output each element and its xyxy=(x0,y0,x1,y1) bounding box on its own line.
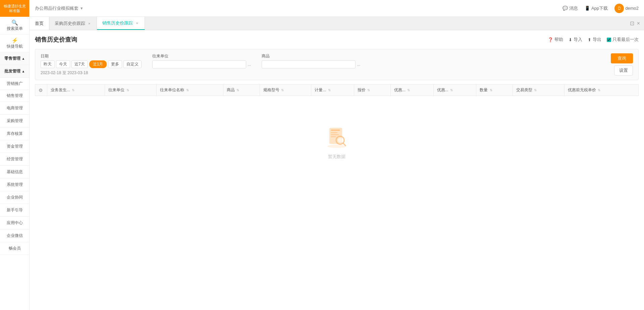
date-btn-more[interactable]: 更多 xyxy=(108,60,122,68)
sort-discount1-icon: ⇅ xyxy=(407,88,410,92)
query-button[interactable]: 查询 xyxy=(611,53,633,63)
sidebar-item-retail[interactable]: 零售管理 ▲ xyxy=(0,52,29,65)
partner-input[interactable] xyxy=(152,60,246,68)
date-btn-today[interactable]: 今天 xyxy=(56,60,70,68)
th-settings[interactable]: ⚙ xyxy=(35,85,47,96)
tab-purchase-history[interactable]: 采购历史价跟踪 × xyxy=(49,17,97,30)
only-last-label: 只看最后一次 xyxy=(612,37,639,43)
page-content: 销售历史价查询 ❓ 帮助 ⬇ 导入 ⬆ 导出 只看最后一次 xyxy=(30,30,644,310)
wholesale-arrow-icon: ▲ xyxy=(22,69,25,73)
th-goods[interactable]: 商品 ⇅ xyxy=(223,85,260,96)
partner-filter-section: 往来单位 ... xyxy=(152,53,251,68)
th-biz-date[interactable]: 业务发生... ⇅ xyxy=(47,85,105,96)
only-last-checkbox[interactable] xyxy=(607,38,611,42)
sort-unit-icon: ⇅ xyxy=(328,88,331,92)
message-action[interactable]: 💬 消息 xyxy=(562,5,578,11)
sidebar-item-basic-info[interactable]: 基础信息 xyxy=(0,166,29,178)
sidebar-item-ecommerce[interactable]: 电商管理 xyxy=(0,102,29,115)
tab-purchase-history-close[interactable]: × xyxy=(87,21,91,26)
sidebar-item-app-center[interactable]: 应用中心 xyxy=(0,217,29,229)
sort-discount2-icon: ⇅ xyxy=(450,88,453,92)
goods-filter-section: 商品 ... xyxy=(262,53,360,68)
th-spec[interactable]: 规格型号 ⇅ xyxy=(260,85,311,96)
sort-spec-icon: ⇅ xyxy=(281,88,284,92)
goods-ellipsis[interactable]: ... xyxy=(357,61,360,68)
sidebar-item-collab[interactable]: 企业协同 xyxy=(0,191,29,204)
sidebar-item-member[interactable]: 畅会员 xyxy=(0,242,29,255)
svg-rect-5 xyxy=(331,136,336,137)
app-download-action[interactable]: 📱 App下载 xyxy=(585,5,608,11)
sort-partner-name-icon: ⇅ xyxy=(186,88,189,92)
topbar: 办公用品行业模拟账套 ▾ 💬 消息 📱 App下载 D demo2 xyxy=(30,0,644,17)
page-header: 销售历史价查询 ❓ 帮助 ⬇ 导入 ⬆ 导出 只看最后一次 xyxy=(35,36,639,44)
sidebar-item-wholesale[interactable]: 批发管理 ▲ xyxy=(0,65,29,78)
empty-illustration xyxy=(323,123,350,150)
svg-rect-2 xyxy=(331,130,340,131)
th-unit[interactable]: 计量... ⇅ xyxy=(311,85,354,96)
sidebar-item-quick-nav[interactable]: ⚡ 快捷导航 xyxy=(0,35,29,52)
th-discount2[interactable]: 优惠... ⇅ xyxy=(433,85,476,96)
th-trade-type[interactable]: 交易类型 ⇅ xyxy=(513,85,565,96)
import-action[interactable]: ⬇ 导入 xyxy=(569,37,582,43)
sidebar-item-sales-mgmt[interactable]: 销售管理 xyxy=(0,90,29,102)
svg-point-0 xyxy=(327,145,346,148)
message-label: 消息 xyxy=(569,5,578,11)
sidebar-item-marketing[interactable]: 营销推广 xyxy=(0,78,29,90)
help-action[interactable]: ❓ 帮助 xyxy=(548,37,563,43)
window-restore-icon[interactable]: ⊡ xyxy=(630,20,634,27)
tab-sales-history[interactable]: 销售历史价跟踪 × xyxy=(97,17,145,30)
empty-text: 暂无数据 xyxy=(328,154,345,160)
user-action[interactable]: D demo2 xyxy=(614,4,639,13)
svg-rect-4 xyxy=(331,134,339,135)
date-btn-custom[interactable]: 自定义 xyxy=(123,60,142,68)
sidebar-item-new-guide[interactable]: 新手引导 xyxy=(0,204,29,217)
import-label: 导入 xyxy=(574,37,582,43)
app-title-text: 办公用品行业模拟账套 xyxy=(35,5,78,11)
sidebar-logo: 畅捷通好生意 标准版 xyxy=(0,0,29,17)
th-quantity[interactable]: 数量 ⇅ xyxy=(476,85,513,96)
table-container: ⚙ 业务发生... ⇅ 往来单位 ⇅ 往来单位名称 ⇅ 商品 ⇅ xyxy=(35,84,639,187)
only-last-checkbox-label[interactable]: 只看最后一次 xyxy=(607,37,639,43)
tab-spacer xyxy=(145,17,626,30)
sort-quantity-icon: ⇅ xyxy=(490,88,492,92)
date-btn-1month[interactable]: 近1月 xyxy=(89,60,107,68)
sidebar-item-enterprise-wechat[interactable]: 企业微信 xyxy=(0,229,29,242)
app-download-label: App下载 xyxy=(591,5,608,11)
tab-sales-history-label: 销售历史价跟踪 xyxy=(102,20,133,26)
settings-button[interactable]: 设置 xyxy=(614,65,633,75)
import-icon: ⬇ xyxy=(569,37,572,42)
sidebar-item-inventory[interactable]: 库存核算 xyxy=(0,127,29,140)
help-label: 帮助 xyxy=(554,37,563,43)
export-action[interactable]: ⬆ 导出 xyxy=(588,37,601,43)
th-partner-name[interactable]: 往来单位名称 ⇅ xyxy=(157,85,223,96)
date-btns-row: 昨天 今天 近7天 近1月 更多 自定义 xyxy=(41,60,142,68)
th-quote[interactable]: 报价 ⇅ xyxy=(354,85,391,96)
data-table: ⚙ 业务发生... ⇅ 往来单位 ⇅ 往来单位名称 ⇅ 商品 ⇅ xyxy=(35,84,639,187)
export-label: 导出 xyxy=(593,37,601,43)
th-discount1[interactable]: 优惠... ⇅ xyxy=(390,85,433,96)
tab-home[interactable]: 首页 xyxy=(30,17,49,30)
date-filter-section: 日期 昨天 今天 近7天 近1月 更多 自定义 2023-02-18 至 202… xyxy=(41,53,142,76)
sort-partner-code-icon: ⇅ xyxy=(126,88,129,92)
partner-ellipsis[interactable]: ... xyxy=(248,61,251,68)
th-pretax-price[interactable]: 优惠前无税单价 ⇅ xyxy=(564,85,638,96)
filter-inline: 日期 昨天 今天 近7天 近1月 更多 自定义 2023-02-18 至 202… xyxy=(41,53,360,76)
gear-icon[interactable]: ⚙ xyxy=(39,88,43,93)
th-partner-code[interactable]: 往来单位 ⇅ xyxy=(105,85,157,96)
date-btn-yesterday[interactable]: 昨天 xyxy=(41,60,55,68)
goods-input[interactable] xyxy=(262,60,356,68)
sidebar-item-system[interactable]: 系统管理 xyxy=(0,178,29,191)
sidebar-item-search[interactable]: 🔍 搜索菜单 xyxy=(0,17,29,35)
table-body: 暂无数据 xyxy=(35,96,639,187)
sidebar-item-finance[interactable]: 资金管理 xyxy=(0,140,29,153)
tab-sales-history-close[interactable]: × xyxy=(135,21,139,25)
message-icon: 💬 xyxy=(562,6,568,11)
tab-home-label: 首页 xyxy=(35,20,44,27)
filter-bar: 日期 昨天 今天 近7天 近1月 更多 自定义 2023-02-18 至 202… xyxy=(35,49,639,80)
window-close-icon[interactable]: × xyxy=(637,20,640,27)
sidebar-item-operations[interactable]: 经营管理 xyxy=(0,153,29,166)
app-title-dropdown-icon[interactable]: ▾ xyxy=(80,6,83,11)
sidebar-item-purchase[interactable]: 采购管理 xyxy=(0,115,29,127)
date-btn-7days[interactable]: 近7天 xyxy=(71,60,88,68)
tab-purchase-history-label: 采购历史价跟踪 xyxy=(55,20,85,27)
